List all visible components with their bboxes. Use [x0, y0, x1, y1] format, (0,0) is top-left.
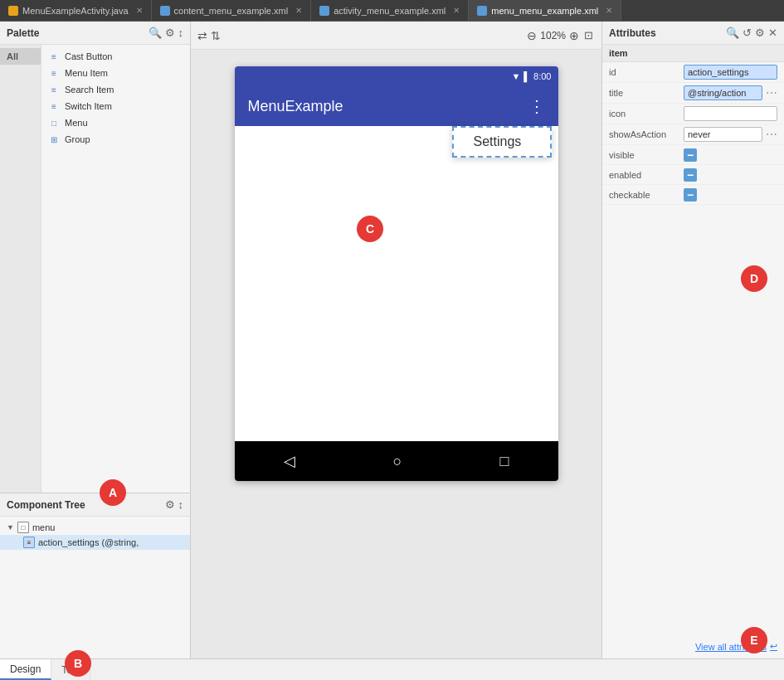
- attrs-section-item-label: item: [602, 45, 784, 62]
- palette-item-group[interactable]: ⊞ Group: [41, 131, 190, 148]
- tab-2-label: content_menu_example.xml: [174, 6, 289, 16]
- attr-name-visible: visible: [609, 150, 684, 160]
- attr-value-id: [684, 65, 777, 80]
- cast-button-icon: ≡: [48, 51, 60, 62]
- zoom-percent-label: 102%: [540, 30, 566, 41]
- battery-icon: ▌: [523, 71, 530, 81]
- checkbox-minus-icon-3: −: [687, 189, 694, 201]
- attr-row-enabled: enabled −: [602, 165, 784, 185]
- tree-content: ▼ □ menu ≡ action_settings (@string,: [0, 517, 190, 658]
- attrs-settings-icon[interactable]: ⚙: [755, 27, 765, 39]
- attr-checkbox-checkable[interactable]: −: [684, 188, 697, 202]
- menu-icon: □: [48, 117, 60, 129]
- palette-header: Palette 🔍 ⚙ ↕: [0, 22, 190, 45]
- palette-item-cast-button[interactable]: ≡ Cast Button: [41, 48, 190, 65]
- tab-4-close[interactable]: ✕: [606, 6, 612, 15]
- palette-search-icon[interactable]: 🔍: [149, 27, 162, 39]
- component-tree-settings-icon[interactable]: ⚙: [165, 498, 175, 511]
- settings-menu-item-label: Settings: [474, 134, 522, 148]
- transfer-left-icon[interactable]: ⇄: [197, 29, 207, 42]
- palette-title: Palette: [7, 27, 145, 39]
- palette-item-switch-item[interactable]: ≡ Switch Item: [41, 98, 190, 114]
- label-b-circle: B: [65, 650, 91, 677]
- phone-mockup: ▼ ▌ 8:00 MenuExample ⋮ Settings ◁ ○ □: [235, 66, 558, 481]
- palette-layout-icon[interactable]: ↕: [178, 27, 184, 39]
- zoom-fit-icon[interactable]: ⊡: [582, 27, 595, 43]
- main-layout: Palette 🔍 ⚙ ↕ All ≡ Cast Button ≡ Menu I…: [0, 22, 784, 658]
- tab-4-label: menu_menu_example.xml: [491, 6, 598, 16]
- attrs-refresh-icon[interactable]: ↺: [743, 27, 752, 39]
- phone-nav-bar: ◁ ○ □: [235, 441, 558, 481]
- bottom-tab-bar: Design Text: [0, 658, 784, 680]
- recents-icon[interactable]: □: [500, 453, 509, 470]
- tree-arrow-expand: ▼: [7, 523, 14, 532]
- home-icon[interactable]: ○: [393, 453, 402, 470]
- attr-name-id: id: [609, 67, 684, 77]
- canvas-area[interactable]: ▼ ▌ 8:00 MenuExample ⋮ Settings ◁ ○ □: [191, 50, 601, 658]
- attr-checkbox-visible[interactable]: −: [684, 148, 697, 162]
- cast-button-label: Cast Button: [65, 51, 112, 61]
- attr-show-as-action-more-icon[interactable]: ⋯: [766, 128, 777, 141]
- design-tab-label: Design: [10, 663, 41, 675]
- center-panel: ⇄ ⇅ ⊖ 102% ⊕ ⊡ ▼ ▌ 8:00 MenuExample: [191, 22, 601, 658]
- tab-3-label: activity_menu_example.xml: [334, 6, 446, 16]
- back-icon[interactable]: ◁: [284, 452, 295, 470]
- tree-item-action-settings[interactable]: ≡ action_settings (@string,: [0, 535, 190, 550]
- component-tree-layout-icon[interactable]: ↕: [178, 498, 184, 511]
- tab-2-close[interactable]: ✕: [295, 6, 302, 15]
- tab-2[interactable]: content_menu_example.xml ✕: [152, 0, 312, 21]
- palette-section: Palette 🔍 ⚙ ↕ All ≡ Cast Button ≡ Menu I…: [0, 22, 190, 493]
- xml-file-icon-4: [477, 6, 487, 16]
- java-file-icon: [8, 6, 18, 16]
- attrs-more-icon[interactable]: ✕: [768, 27, 777, 39]
- attr-row-show-as-action: showAsAction ⋯: [602, 124, 784, 145]
- settings-dropdown[interactable]: Settings: [452, 126, 552, 158]
- attr-title-more-icon[interactable]: ⋯: [766, 86, 777, 100]
- search-item-icon: ≡: [48, 84, 60, 95]
- phone-app-toolbar: MenuExample ⋮: [235, 86, 558, 126]
- attr-input-icon[interactable]: [684, 106, 777, 121]
- status-time: 8:00: [533, 71, 551, 81]
- phone-status-bar: ▼ ▌ 8:00: [235, 66, 558, 86]
- palette-categories: All: [0, 45, 41, 493]
- attr-name-enabled: enabled: [609, 170, 684, 180]
- tab-3[interactable]: activity_menu_example.xml ✕: [311, 0, 469, 21]
- palette-settings-icon[interactable]: ⚙: [165, 27, 175, 39]
- transfer-up-icon[interactable]: ⇅: [211, 29, 221, 42]
- switch-item-icon: ≡: [48, 100, 60, 112]
- component-tree-section: Component Tree ⚙ ↕ ▼ □ menu ≡ action_set…: [0, 493, 190, 658]
- tab-design[interactable]: Design: [0, 659, 51, 680]
- tab-1[interactable]: MenuExampleActivity.java ✕: [0, 0, 152, 21]
- palette-category-all[interactable]: All: [0, 48, 41, 65]
- app-title: MenuExample: [248, 98, 343, 115]
- attr-row-id: id: [602, 62, 784, 83]
- tab-1-close[interactable]: ✕: [136, 6, 143, 15]
- attr-input-show-as-action[interactable]: [684, 127, 762, 142]
- label-c-circle: C: [357, 216, 383, 242]
- tree-item-menu[interactable]: ▼ □ menu: [0, 520, 190, 535]
- component-tree-title: Component Tree: [7, 499, 162, 511]
- palette-item-menu[interactable]: □ Menu: [41, 114, 190, 131]
- attrs-header: Attributes 🔍 ↺ ⚙ ✕: [602, 22, 784, 45]
- zoom-out-icon[interactable]: ⊖: [527, 29, 537, 42]
- right-panel: Attributes 🔍 ↺ ⚙ ✕ item id title ⋯: [601, 22, 784, 658]
- tab-4[interactable]: menu_menu_example.xml ✕: [469, 0, 621, 21]
- label-e-circle: E: [741, 627, 767, 653]
- palette-content: All ≡ Cast Button ≡ Menu Item ≡ Search I…: [0, 45, 190, 493]
- menu-item-label: Menu Item: [65, 68, 108, 78]
- zoom-in-icon[interactable]: ⊕: [569, 29, 579, 42]
- left-panel: Palette 🔍 ⚙ ↕ All ≡ Cast Button ≡ Menu I…: [0, 22, 191, 658]
- palette-item-menu-item[interactable]: ≡ Menu Item: [41, 65, 190, 81]
- attrs-search-icon[interactable]: 🔍: [726, 27, 739, 39]
- palette-item-search-item[interactable]: ≡ Search Item: [41, 81, 190, 98]
- attr-input-id[interactable]: [684, 65, 777, 80]
- tree-action-settings-label: action_settings (@string,: [38, 537, 139, 547]
- attr-checkbox-enabled[interactable]: −: [684, 168, 697, 182]
- overflow-menu-icon[interactable]: ⋮: [528, 96, 545, 116]
- component-tree-header: Component Tree ⚙ ↕: [0, 493, 190, 517]
- tab-3-close[interactable]: ✕: [453, 6, 460, 15]
- attr-value-show-as-action: ⋯: [684, 127, 777, 142]
- zoom-control: ⊖ 102% ⊕ ⊡: [527, 27, 595, 43]
- attr-value-enabled: −: [684, 168, 777, 182]
- attr-input-title[interactable]: [684, 85, 762, 100]
